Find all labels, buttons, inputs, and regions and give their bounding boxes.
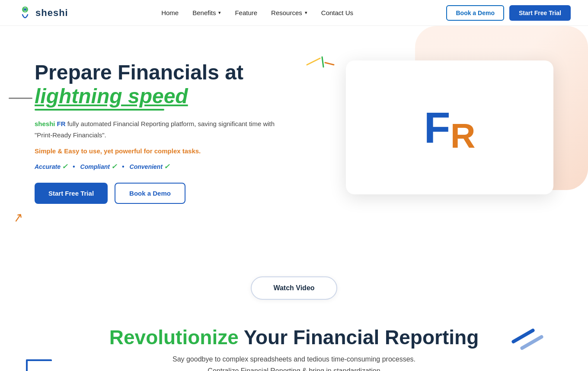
badge-dot-1: • — [73, 163, 75, 171]
revolutionize-sub2: Centralize Financial Reporting & bring i… — [138, 365, 450, 371]
svg-point-2 — [24, 8, 26, 10]
arrow-decoration: ↗ — [12, 209, 24, 225]
check-icon: ✓ — [111, 162, 117, 171]
navbar: sheshi Home Benefits ▾ Feature Resources… — [0, 0, 588, 26]
nav-home[interactable]: Home — [161, 9, 179, 16]
check-icon: ✓ — [164, 162, 169, 171]
svg-line-4 — [322, 57, 323, 67]
badge-convenient: Convenient ✓ — [130, 162, 169, 171]
product-card: F R — [346, 60, 553, 194]
revolutionize-section: Revolutionize Your Financial Reporting S… — [0, 317, 588, 371]
nav-actions: Book a Demo Start Free Trial — [446, 5, 571, 21]
badge-compliant: Compliant ✓ — [80, 162, 117, 171]
nav-links: Home Benefits ▾ Feature Resources ▾ Cont… — [161, 9, 353, 16]
hero-headline-part1: Prepare Financials at — [35, 61, 243, 84]
corner-decoration — [26, 359, 52, 371]
nav-book-demo-button[interactable]: Book a Demo — [446, 5, 504, 21]
hero-start-trial-button[interactable]: Start Free Trial — [35, 183, 108, 204]
hero-section: Prepare Financials at lightning speed sh… — [0, 26, 588, 268]
logo[interactable]: sheshi — [17, 5, 68, 21]
fr-letter-f: F — [424, 106, 451, 149]
hero-right: F R — [277, 52, 553, 194]
fr-letter-r: R — [451, 119, 476, 153]
strikethrough-deco — [9, 98, 32, 99]
hero-headline: Prepare Financials at lightning speed — [35, 60, 277, 111]
hero-book-demo-button[interactable]: Book a Demo — [115, 183, 185, 204]
logo-text: sheshi — [35, 7, 68, 19]
nav-contact[interactable]: Contact Us — [321, 9, 353, 16]
underline-decoration — [35, 109, 164, 111]
hero-tagline: Simple & Easy to use, yet powerful for c… — [35, 147, 277, 155]
svg-line-5 — [325, 63, 334, 65]
badge-accurate: Accurate ✓ — [35, 162, 67, 171]
revolutionize-rest: Your Financial Reporting — [244, 326, 479, 349]
hero-left: Prepare Financials at lightning speed sh… — [35, 52, 277, 204]
revolutionize-title: Revolutionize Your Financial Reporting — [17, 326, 571, 349]
nav-start-trial-button[interactable]: Start Free Trial — [509, 5, 571, 21]
watch-video-section: Watch Video — [0, 268, 588, 317]
fr-logo: F R — [424, 106, 476, 149]
nav-benefits[interactable]: Benefits ▾ — [192, 9, 221, 16]
chevron-down-icon: ▾ — [305, 10, 307, 16]
check-icon: ✓ — [62, 162, 67, 171]
confetti-decoration — [303, 56, 337, 73]
hero-headline-part2: lightning speed — [35, 84, 277, 108]
hero-buttons: Start Free Trial Book a Demo — [35, 183, 277, 204]
nav-resources[interactable]: Resources ▾ — [271, 9, 307, 16]
revolutionize-highlight: Revolutionize — [109, 326, 239, 349]
logo-icon — [17, 5, 33, 21]
badge-dot-2: • — [122, 163, 125, 171]
brand-inline: sheshi FR — [35, 118, 66, 130]
chevron-down-icon: ▾ — [218, 10, 221, 16]
nav-feature[interactable]: Feature — [235, 9, 257, 16]
revolutionize-sub1: Say goodbye to complex spreadsheets and … — [138, 353, 450, 365]
watch-video-button[interactable]: Watch Video — [251, 276, 337, 300]
svg-line-3 — [307, 58, 320, 65]
hero-badges: Accurate ✓ • Compliant ✓ • Convenient ✓ — [35, 162, 277, 171]
hero-description: sheshi FR fully automated Financial Repo… — [35, 118, 277, 140]
